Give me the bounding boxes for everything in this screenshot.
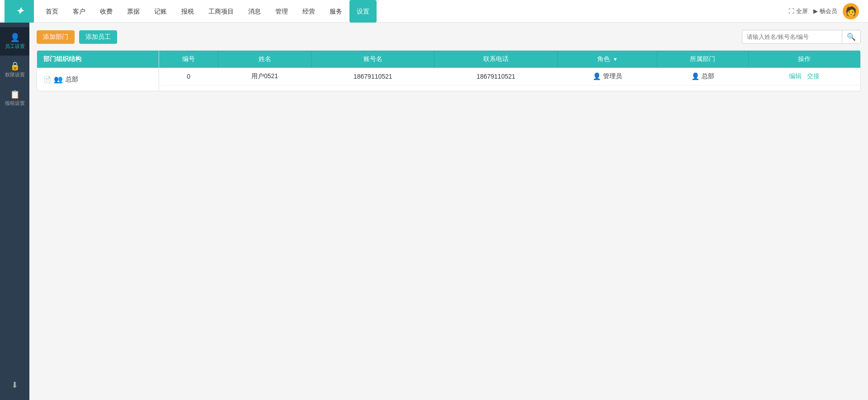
fullscreen-label: 全屏 (796, 7, 808, 15)
avatar[interactable]: 🧑 (843, 3, 859, 19)
add-department-button[interactable]: 添加部门 (37, 30, 75, 44)
transfer-link[interactable]: 交接 (807, 72, 820, 80)
membership-label: 畅会员 (820, 7, 837, 15)
nav-item-accounting[interactable]: 记账 (147, 0, 174, 23)
table-row: 0 用户0521 18679110521 18679110521 👤 管理员 👤… (159, 68, 860, 85)
dept-tree: 📄 👥 总部 (37, 68, 159, 91)
avatar-icon: 🧑 (845, 6, 857, 17)
dept-user-icon: 👤 (691, 72, 700, 80)
sidebar-item-tax-settings[interactable]: 📋 报税设置 (0, 84, 29, 113)
download-icon: ⬇ (11, 381, 18, 389)
nav-item-home[interactable]: 首页 (38, 0, 66, 23)
search-input[interactable] (742, 31, 842, 42)
table-head: 编号 姓名 账号名 联系电话 角 (159, 51, 860, 68)
col-account: 账号名 (311, 51, 434, 68)
nav-item-fee[interactable]: 收费 (93, 0, 120, 23)
membership-icon: ▶ (813, 8, 818, 14)
role-value: 管理员 (603, 72, 622, 80)
person-icon: 👤 (10, 33, 20, 42)
cell-name: 用户0521 (218, 68, 311, 85)
search-button[interactable]: 🔍 (842, 30, 860, 43)
nav-items: 首页客户收费票据记账报税工商项目消息管理经营服务设置 (34, 0, 788, 23)
nav-item-tax[interactable]: 报税 (174, 0, 201, 23)
fullscreen-icon: ⛶ (788, 8, 794, 14)
membership-button[interactable]: ▶ 畅会员 (813, 7, 837, 15)
col-name: 姓名 (218, 51, 311, 68)
dept-name-general: 总部 (66, 75, 78, 84)
nav-item-customer[interactable]: 客户 (66, 0, 93, 23)
add-employee-button[interactable]: 添加员工 (79, 30, 117, 44)
nav-right: ⛶ 全屏 ▶ 畅会员 🧑 (788, 3, 863, 19)
table-header-row: 编号 姓名 账号名 联系电话 角 (159, 51, 860, 68)
col-role[interactable]: 角色 ▼ (557, 51, 657, 68)
role-filter-icon[interactable]: ▼ (613, 56, 618, 62)
main-layout: 👤 员工设置 🔒 权限设置 📋 报税设置 ⬇ 添加部门 添加员工 🔍 (0, 23, 868, 400)
nav-item-service[interactable]: 服务 (322, 0, 349, 23)
tax-icon: 📋 (10, 90, 20, 99)
cell-role: 👤 管理员 (557, 68, 657, 85)
cell-account: 18679110521 (311, 68, 434, 85)
role-user-icon: 👤 (593, 72, 601, 80)
cell-action: 编辑 交接 (748, 68, 860, 85)
nav-item-message[interactable]: 消息 (241, 0, 268, 23)
cell-phone: 18679110521 (434, 68, 557, 85)
cell-number: 0 (159, 68, 218, 85)
logo-icon: ✦ (15, 5, 24, 17)
nav-item-operation[interactable]: 经营 (295, 0, 322, 23)
search-box: 🔍 (742, 30, 861, 44)
employee-table: 编号 姓名 账号名 联系电话 角 (159, 51, 860, 85)
sidebar-label-tax: 报税设置 (5, 100, 25, 106)
table-body: 0 用户0521 18679110521 18679110521 👤 管理员 👤… (159, 68, 860, 85)
top-nav: ✦ 首页客户收费票据记账报税工商项目消息管理经营服务设置 ⛶ 全屏 ▶ 畅会员 … (0, 0, 868, 23)
col-phone: 联系电话 (434, 51, 557, 68)
sidebar-label-employee: 员工设置 (5, 43, 25, 49)
dept-panel: 部门组织结构 📄 👥 总部 (37, 51, 159, 91)
nav-item-management[interactable]: 管理 (268, 0, 295, 23)
cell-dept: 👤 总部 (657, 68, 748, 85)
edit-link[interactable]: 编辑 (789, 72, 802, 80)
panels: 部门组织结构 📄 👥 总部 编号 (37, 50, 861, 91)
sidebar-item-employee-settings[interactable]: 👤 员工设置 (0, 27, 29, 56)
dept-panel-header: 部门组织结构 (37, 51, 159, 68)
sidebar-item-permission-settings[interactable]: 🔒 权限设置 (0, 56, 29, 84)
dept-value: 总部 (702, 72, 714, 80)
col-number: 编号 (159, 51, 218, 68)
nav-item-settings[interactable]: 设置 (349, 0, 377, 23)
content-area: 添加部门 添加员工 🔍 部门组织结构 📄 👥 总部 (29, 23, 868, 400)
sidebar-item-download[interactable]: ⬇ (9, 375, 20, 395)
col-dept: 所属部门 (657, 51, 748, 68)
nav-item-business[interactable]: 工商项目 (201, 0, 241, 23)
sidebar-bottom: ⬇ (9, 375, 20, 400)
col-action: 操作 (748, 51, 860, 68)
sidebar: 👤 员工设置 🔒 权限设置 📋 报税设置 ⬇ (0, 23, 29, 400)
lock-icon: 🔒 (10, 62, 20, 70)
file-icon: 📄 (43, 76, 51, 83)
nav-item-invoice[interactable]: 票据 (120, 0, 147, 23)
user-group-icon: 👥 (54, 75, 63, 84)
logo[interactable]: ✦ (5, 0, 34, 23)
dept-tree-item-general[interactable]: 📄 👥 总部 (42, 72, 154, 86)
sidebar-label-permission: 权限设置 (5, 72, 25, 78)
table-panel: 编号 姓名 账号名 联系电话 角 (159, 51, 860, 91)
fullscreen-button[interactable]: ⛶ 全屏 (788, 7, 808, 15)
toolbar: 添加部门 添加员工 🔍 (37, 30, 861, 44)
